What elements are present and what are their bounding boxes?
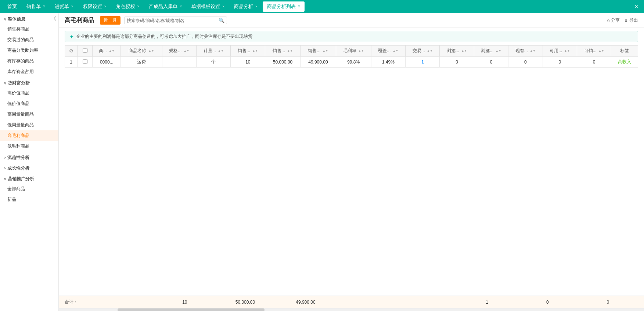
top-nav: 首页 销售单 × 进货单 × 权限设置 × 角色授权 × 产成品入库单 × 单据… bbox=[0, 0, 644, 13]
close-purchase-tab[interactable]: × bbox=[71, 5, 73, 8]
horizontal-scrollbar[interactable] bbox=[59, 308, 644, 311]
col-sales3-sorter[interactable]: ▲▼ bbox=[323, 50, 328, 53]
close-window-button[interactable]: × bbox=[632, 3, 641, 10]
footer-cell-trade: 1 bbox=[457, 300, 517, 305]
cell-index: 1 bbox=[65, 57, 78, 68]
sidebar-group-marketing[interactable]: ∨ 营销推广分析 bbox=[0, 173, 58, 184]
col-available-sorter[interactable]: ▲▼ bbox=[564, 50, 570, 53]
col-code: 商... ▲▼ bbox=[93, 46, 121, 57]
table-wrap: ⚙ 商... ▲▼ 商品名称 ▲▼ bbox=[59, 45, 644, 296]
sidebar-group-wealth[interactable]: ∨ 货财富分析 bbox=[0, 77, 58, 88]
sidebar: 《 ∨ 整体信息 销售类商品 交易过的商品 商品分类助购率 有库存的商品 库存资… bbox=[0, 13, 59, 311]
col-saleable-sorter[interactable]: ▲▼ bbox=[598, 50, 604, 53]
col-current: 现有... ▲▼ bbox=[508, 46, 543, 57]
col-unit: 计量... ▲▼ bbox=[197, 46, 231, 57]
sidebar-item-in-stock[interactable]: 有库存的商品 bbox=[0, 56, 58, 66]
time-filter-button[interactable]: 近一月 bbox=[100, 16, 120, 25]
search-input[interactable] bbox=[127, 18, 217, 23]
export-button[interactable]: ⬇ 导出 bbox=[624, 17, 638, 23]
cell-available: 0 bbox=[543, 57, 577, 68]
nav-purchase[interactable]: 进货单 × bbox=[50, 1, 78, 12]
sidebar-item-stock-fund[interactable]: 库存资金占用 bbox=[0, 66, 58, 77]
sidebar-item-low-margin[interactable]: 低毛利商品 bbox=[0, 141, 58, 152]
sidebar-collapse-button[interactable]: 《 bbox=[51, 15, 56, 22]
col-browse1-sorter[interactable]: ▲▼ bbox=[461, 50, 467, 53]
footer-cell-empty1 bbox=[336, 300, 396, 305]
cell-name: 运费 bbox=[121, 57, 162, 68]
settings-icon[interactable]: ⚙ bbox=[69, 48, 73, 54]
cell-trade: 1 bbox=[406, 57, 440, 68]
close-permission-tab[interactable]: × bbox=[104, 5, 107, 8]
sidebar-item-sales-goods[interactable]: 销售类商品 bbox=[0, 24, 58, 35]
nav-product-analysis-list[interactable]: 商品分析列表 × bbox=[263, 1, 305, 12]
nav-sales[interactable]: 销售单 × bbox=[22, 1, 50, 12]
col-trade-sorter[interactable]: ▲▼ bbox=[427, 50, 433, 53]
footer-cell-sales1-val: 10 bbox=[155, 300, 215, 305]
search-bar: 🔍 bbox=[124, 17, 227, 24]
scrollbar-thumb[interactable] bbox=[118, 308, 265, 311]
nav-home[interactable]: 首页 bbox=[3, 1, 21, 12]
nav-permission[interactable]: 权限设置 × bbox=[79, 1, 111, 12]
cell-browse2: 0 bbox=[474, 57, 508, 68]
sidebar-item-high-turnover[interactable]: 高周量量商品 bbox=[0, 109, 58, 120]
cell-browse1: 0 bbox=[440, 57, 474, 68]
sidebar-group-overall[interactable]: ∨ 整体信息 bbox=[0, 13, 58, 24]
col-sales1-sorter[interactable]: ▲▼ bbox=[252, 50, 258, 53]
nav-role[interactable]: 角色授权 × bbox=[112, 1, 144, 12]
close-product-analysis-list-tab[interactable]: × bbox=[298, 5, 300, 8]
col-current-sorter[interactable]: ▲▼ bbox=[530, 50, 536, 53]
select-all-checkbox[interactable] bbox=[83, 48, 87, 53]
col-sales2-sorter[interactable]: ▲▼ bbox=[287, 50, 293, 53]
close-template-tab[interactable]: × bbox=[222, 5, 224, 8]
col-unit-sorter[interactable]: ▲▼ bbox=[218, 50, 224, 53]
cell-current: 0 bbox=[508, 57, 543, 68]
sidebar-group-trend[interactable]: > 流趋性分析 bbox=[0, 152, 58, 162]
col-saleable: 可销... ▲▼ bbox=[577, 46, 611, 57]
sidebar-group-growth[interactable]: > 成长性分析 bbox=[0, 162, 58, 173]
col-name-sorter[interactable]: ▲▼ bbox=[148, 50, 154, 53]
footer-cell-sales3: 49,900.00 bbox=[276, 300, 336, 305]
info-banner: ✦ 企业的主要的利润都是这部分商品创造的，可考虑加大推广，同时关注库存是不要出现… bbox=[65, 31, 638, 42]
footer-cell-sales1 bbox=[94, 300, 155, 305]
sidebar-item-all-goods[interactable]: 全部商品 bbox=[0, 184, 58, 194]
close-role-tab[interactable]: × bbox=[137, 5, 140, 8]
page-title: 高毛利商品 bbox=[65, 17, 94, 24]
search-icon[interactable]: 🔍 bbox=[219, 18, 224, 23]
footer-cells: 10 50,000.00 49,900.00 1 0 0 bbox=[94, 300, 638, 305]
sidebar-item-category-rate[interactable]: 商品分类助购率 bbox=[0, 45, 58, 56]
col-sales3: 销售... ▲▼ bbox=[301, 46, 336, 57]
nav-product-analysis[interactable]: 商品分析 × bbox=[230, 1, 262, 12]
share-button[interactable]: ⎋ 分享 bbox=[607, 17, 620, 23]
sidebar-item-traded-goods[interactable]: 交易过的商品 bbox=[0, 35, 58, 45]
nav-template[interactable]: 单据模板设置 × bbox=[187, 1, 229, 12]
sidebar-item-high-value[interactable]: 高价值商品 bbox=[0, 88, 58, 98]
footer-bar: 合计： 10 50,000.00 49,900.00 1 0 0 bbox=[59, 296, 644, 308]
sidebar-item-new-goods[interactable]: 新品 bbox=[0, 194, 58, 205]
cell-code: 0000... bbox=[93, 57, 121, 68]
col-checkbox bbox=[78, 46, 93, 57]
cell-unit: 个 bbox=[197, 57, 231, 68]
sidebar-item-low-turnover[interactable]: 低周量量商品 bbox=[0, 120, 58, 130]
nav-product-inbound[interactable]: 产成品入库单 × bbox=[144, 1, 186, 12]
share-icon: ⎋ bbox=[607, 18, 609, 23]
cell-checkbox bbox=[78, 57, 93, 68]
close-product-inbound-tab[interactable]: × bbox=[180, 5, 182, 8]
col-tag: 标签 bbox=[611, 46, 638, 57]
col-gross-rate-sorter[interactable]: ▲▼ bbox=[358, 50, 364, 53]
close-sales-tab[interactable]: × bbox=[43, 5, 45, 8]
close-product-analysis-tab[interactable]: × bbox=[255, 5, 258, 8]
sidebar-item-low-value[interactable]: 低价值商品 bbox=[0, 98, 58, 109]
row-checkbox[interactable] bbox=[83, 59, 87, 64]
cell-tag: 高收入 bbox=[611, 57, 638, 68]
cell-sales3: 49,900.00 bbox=[301, 57, 336, 68]
col-name: 商品名称 ▲▼ bbox=[121, 46, 162, 57]
trade-link[interactable]: 1 bbox=[421, 59, 424, 65]
col-browse2-sorter[interactable]: ▲▼ bbox=[496, 50, 501, 53]
col-spec-sorter[interactable]: ▲▼ bbox=[184, 50, 190, 53]
col-coverage-sorter[interactable]: ▲▼ bbox=[393, 50, 399, 53]
sidebar-item-high-margin[interactable]: 高毛利商品 bbox=[0, 130, 58, 141]
main-layout: 《 ∨ 整体信息 销售类商品 交易过的商品 商品分类助购率 有库存的商品 库存资… bbox=[0, 13, 644, 311]
col-available: 可用... ▲▼ bbox=[543, 46, 577, 57]
sidebar-group-growth-arrow: > bbox=[4, 166, 6, 170]
col-code-sorter[interactable]: ▲▼ bbox=[109, 50, 115, 53]
